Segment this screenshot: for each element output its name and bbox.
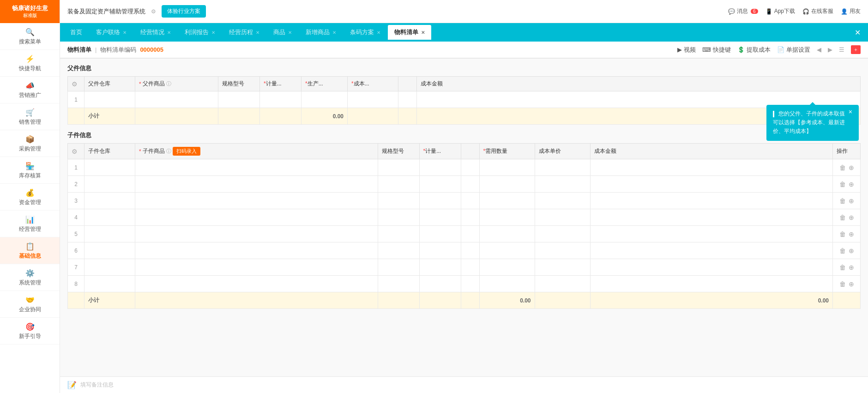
child-delete-icon-7[interactable]: 🗑 [839,264,846,271]
sidebar-item-guide[interactable]: 🎯新手引导 [0,318,60,345]
child-qty-7[interactable] [479,259,535,276]
sidebar-item-operations[interactable]: 📊经营管理 [0,211,60,237]
tab-profit[interactable]: 利润报告✕ [178,25,222,40]
child-unit-1[interactable] [419,159,461,176]
note-placeholder[interactable]: 填写备注信息 [80,381,114,389]
child-delete-icon-2[interactable]: 🗑 [839,181,846,188]
user-menu[interactable]: 👤 用友 [841,7,861,15]
settings-icon[interactable]: ⚙ [151,8,156,15]
child-qty-3[interactable] [479,193,535,209]
child-warehouse-6[interactable] [84,242,135,259]
child-spec-6[interactable] [378,242,419,259]
child-warehouse-7[interactable] [84,259,135,276]
tab-home[interactable]: 首页 [64,25,89,40]
child-price-6[interactable] [535,242,590,259]
child-delete-icon-1[interactable]: 🗑 [839,164,846,171]
child-warehouse-8[interactable] [84,276,135,292]
close-all-tabs-button[interactable]: ✕ [851,28,864,37]
child-sort-3[interactable] [461,193,479,209]
tab-close-customer[interactable]: ✕ [123,30,127,35]
expand-button[interactable]: ＋ [851,45,861,54]
child-sort-5[interactable] [461,226,479,242]
view-toggle-button[interactable]: ☰ [839,46,844,53]
child-price-1[interactable] [535,159,590,176]
child-delete-icon-6[interactable]: 🗑 [839,247,846,254]
child-delete-icon-3[interactable]: 🗑 [839,197,846,205]
service-button[interactable]: 🎧 在线客服 [802,7,833,15]
child-delete-icon-8[interactable]: 🗑 [839,280,846,288]
sidebar-item-system[interactable]: ⚙️系统管理 [0,264,60,291]
child-product-8[interactable] [135,276,378,292]
child-unit-6[interactable] [419,242,461,259]
sidebar-item-cooperation[interactable]: 🤝企业协同 [0,291,60,318]
parent-sort-1[interactable] [398,91,417,108]
child-copy-icon-3[interactable]: ⊕ [849,197,854,205]
gear-icon[interactable]: ⚙ [72,80,78,88]
child-spec-1[interactable] [378,159,419,176]
tab-newproduct[interactable]: 新增商品✕ [299,25,343,40]
child-copy-icon-1[interactable]: ⊕ [849,164,854,171]
child-spec-3[interactable] [378,193,419,209]
child-warehouse-5[interactable] [84,226,135,242]
gear-icon-child[interactable]: ⚙ [72,148,78,155]
child-product-7[interactable] [135,259,378,276]
sidebar-item-inventory[interactable]: 🏪库存核算 [0,157,60,184]
child-qty-6[interactable] [479,242,535,259]
trial-button[interactable]: 体验行业方案 [162,5,206,18]
sidebar-item-finance[interactable]: 💰资金管理 [0,184,60,211]
child-unit-2[interactable] [419,176,461,193]
nav-prev-button[interactable]: ◀ [817,46,821,53]
child-qty-1[interactable] [479,159,535,176]
app-download-button[interactable]: 📱 App下载 [766,7,795,15]
child-copy-icon-7[interactable]: ⊕ [849,264,854,271]
tab-history[interactable]: 经营历程✕ [223,25,266,40]
sidebar-item-purchase[interactable]: 📦采购管理 [0,130,60,157]
parent-col-gear[interactable]: ⚙ [68,77,84,91]
child-qty-4[interactable] [479,209,535,226]
tab-close-bom[interactable]: ✕ [421,30,425,35]
nav-next-button[interactable]: ▶ [828,46,832,53]
child-sort-7[interactable] [461,259,479,276]
child-sort-6[interactable] [461,242,479,259]
child-price-2[interactable] [535,176,590,193]
child-warehouse-1[interactable] [84,159,135,176]
tab-close-operations[interactable]: ✕ [167,30,171,35]
parent-spec-1[interactable] [218,91,260,108]
child-spec-8[interactable] [378,276,419,292]
child-unit-7[interactable] [419,259,461,276]
child-unit-8[interactable] [419,276,461,292]
child-unit-3[interactable] [419,193,461,209]
child-qty-5[interactable] [479,226,535,242]
extract-cost-button[interactable]: 💲 提取成本 [737,46,771,54]
parent-warehouse-1[interactable] [84,91,135,108]
child-spec-2[interactable] [378,176,419,193]
child-copy-icon-8[interactable]: ⊕ [849,280,854,288]
tab-customer[interactable]: 客户联络✕ [90,25,133,40]
tab-close-barcode[interactable]: ✕ [377,30,380,35]
sidebar-item-basic[interactable]: 📋基础信息 [0,237,60,264]
child-product-5[interactable] [135,226,378,242]
document-settings-button[interactable]: 📄 单据设置 [777,46,810,54]
parent-prod-1[interactable] [301,91,348,108]
tab-product[interactable]: 商品✕ [267,25,298,40]
child-copy-icon-5[interactable]: ⊕ [849,230,854,238]
tab-close-profit[interactable]: ✕ [211,30,215,35]
child-sort-2[interactable] [461,176,479,193]
child-unit-4[interactable] [419,209,461,226]
child-price-8[interactable] [535,276,590,292]
message-button[interactable]: 💬 消息 6 [728,7,758,15]
sidebar-item-search[interactable]: 🔍搜索菜单 [0,23,60,50]
child-product-1[interactable] [135,159,378,176]
parent-product-info-icon[interactable]: ⓘ [166,80,171,87]
child-sort-8[interactable] [461,276,479,292]
parent-product-1[interactable] [135,91,218,108]
parent-unit-1[interactable] [260,91,301,108]
tab-close-history[interactable]: ✕ [256,30,259,35]
child-copy-icon-6[interactable]: ⊕ [849,247,854,254]
child-qty-8[interactable] [479,276,535,292]
child-product-3[interactable] [135,193,378,209]
tooltip-close-button[interactable]: × [849,109,852,115]
child-product-4[interactable] [135,209,378,226]
tab-close-product[interactable]: ✕ [288,30,292,35]
tab-bom[interactable]: 物料清单✕ [388,25,431,40]
